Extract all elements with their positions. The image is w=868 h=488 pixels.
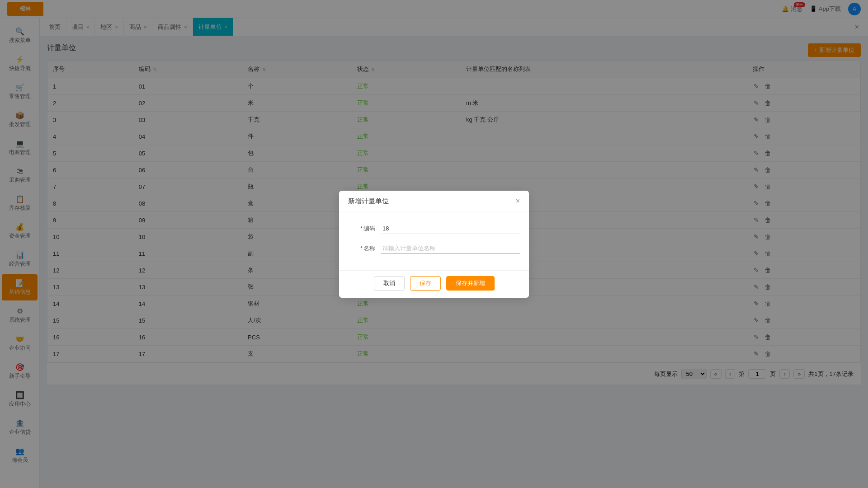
name-input[interactable] xyxy=(381,243,520,254)
modal-body: *编码 *名称 xyxy=(339,212,529,270)
code-input[interactable] xyxy=(381,223,520,234)
name-label: *名称 xyxy=(348,244,375,253)
modal-close-button[interactable]: × xyxy=(516,197,520,205)
cancel-button[interactable]: 取消 xyxy=(374,276,405,291)
modal-footer: 取消 保存 保存并新增 xyxy=(339,270,529,298)
modal-overlay[interactable]: 新增计量单位 × *编码 *名称 取消 保存 保存并新增 xyxy=(0,0,868,488)
save-button[interactable]: 保存 xyxy=(410,276,441,291)
code-required-mark: * xyxy=(360,225,363,232)
save-and-new-button[interactable]: 保存并新增 xyxy=(446,276,495,291)
modal-title: 新增计量单位 xyxy=(348,197,389,206)
name-required-mark: * xyxy=(360,245,363,252)
code-label: *编码 xyxy=(348,225,375,233)
add-measure-unit-modal: 新增计量单位 × *编码 *名称 取消 保存 保存并新增 xyxy=(339,191,529,298)
name-form-row: *名称 xyxy=(348,243,520,254)
code-form-row: *编码 xyxy=(348,223,520,234)
modal-header: 新增计量单位 × xyxy=(339,191,529,212)
